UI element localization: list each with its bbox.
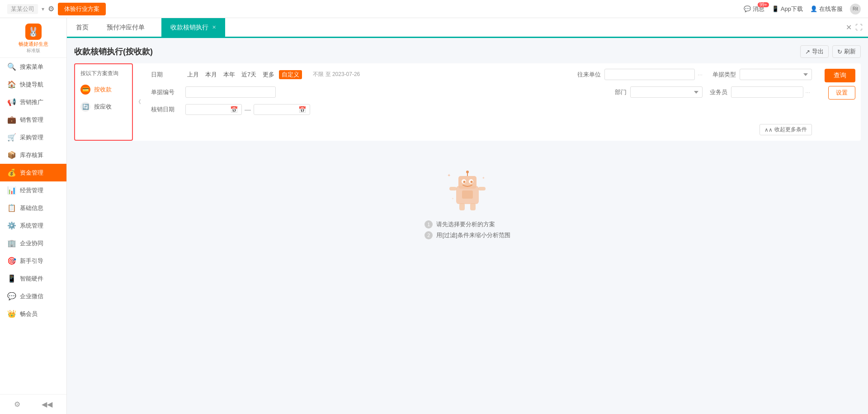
sidebar-item-label: 经营管理 bbox=[20, 186, 43, 195]
sidebar-item-business[interactable]: 📊 经营管理 bbox=[0, 181, 66, 199]
query-btn[interactable]: 查询 bbox=[825, 69, 855, 82]
filter-sidebar: 按以下方案查询 💳 按收款 🔄 按应收 bbox=[74, 63, 133, 141]
sidebar-item-enterprise[interactable]: 🏢 企业协同 bbox=[0, 234, 66, 252]
receipt-icon: 💳 bbox=[80, 85, 90, 95]
collapse-chevron-icon: ∧∧ bbox=[764, 127, 773, 133]
tab-close-btn[interactable]: ✕ bbox=[846, 23, 852, 32]
tab-collect-close[interactable]: ✕ bbox=[212, 24, 216, 30]
header-right: 💬 消息 99+ 📱 App下载 👤 在线客服 Rit bbox=[744, 4, 861, 14]
tab-prepay[interactable]: 预付冲应付单 ✕ bbox=[98, 18, 161, 37]
date-info: 不限 至 2023-07-26 bbox=[313, 71, 360, 78]
hint-num-2: 2 bbox=[425, 231, 433, 239]
main-layout: 🐰 畅捷通好生意 标准版 🔍 搜索菜单 🏠 快捷导航 📢 营销推广 💼 销售管理… bbox=[0, 18, 868, 414]
sidebar-item-finance[interactable]: 💰 资金管理 bbox=[0, 164, 66, 181]
sales-icon: 💼 bbox=[7, 115, 16, 124]
chevron-down-icon[interactable]: ▾ bbox=[42, 6, 44, 12]
tab-prepay-close[interactable]: ✕ bbox=[148, 24, 152, 30]
counterpart-input[interactable] bbox=[604, 69, 695, 80]
message-count: 99+ bbox=[758, 2, 769, 7]
counterpart-input-wrap: ··· bbox=[604, 69, 705, 80]
svg-text:✦: ✦ bbox=[447, 173, 451, 178]
refresh-btn[interactable]: ↻ 刷新 bbox=[832, 45, 861, 58]
sidebar-item-label: 营销推广 bbox=[20, 98, 43, 106]
sidebar-item-weixin[interactable]: 💬 企业微信 bbox=[0, 287, 66, 305]
filter-option-receivable[interactable]: 🔄 按应收 bbox=[75, 98, 132, 115]
app-download-btn[interactable]: 📱 App下载 bbox=[772, 5, 803, 13]
sidebar-item-label: 库存核算 bbox=[20, 151, 43, 159]
header-left: 某某公司 ▾ ⚙ 体验行业方案 bbox=[7, 3, 106, 15]
salesman-input-wrap: ··· bbox=[731, 86, 812, 98]
doc-no-input[interactable] bbox=[185, 86, 276, 98]
tab-collect[interactable]: 收款核销执行 ✕ bbox=[161, 18, 225, 37]
date-this-month[interactable]: 本月 bbox=[203, 70, 219, 80]
collapse-more-btn[interactable]: ∧∧ 收起更多条件 bbox=[760, 124, 812, 135]
date-this-year[interactable]: 本年 bbox=[222, 70, 237, 80]
filter-option-receivable-label: 按应收 bbox=[94, 103, 112, 111]
tab-fullscreen-btn[interactable]: ⛶ bbox=[855, 24, 863, 32]
counterpart-group: 往来单位 ··· bbox=[577, 69, 705, 80]
industry-btn[interactable]: 体验行业方案 bbox=[58, 3, 106, 15]
finance-icon: 💰 bbox=[7, 168, 16, 177]
settings-btn[interactable]: 设置 bbox=[828, 86, 855, 100]
app-version: 标准版 bbox=[27, 48, 40, 54]
business-icon: 📊 bbox=[7, 186, 16, 195]
hardware-icon: 📱 bbox=[7, 274, 16, 283]
tab-home[interactable]: 首页 bbox=[67, 18, 98, 37]
tab-collect-label: 收款核销执行 bbox=[170, 24, 208, 32]
sidebar-item-search[interactable]: 🔍 搜索菜单 bbox=[0, 58, 66, 76]
sidebar-item-hardware[interactable]: 📱 智能硬件 bbox=[0, 270, 66, 287]
doc-type-select[interactable] bbox=[740, 69, 812, 80]
basic-info-icon: 📋 bbox=[7, 204, 16, 212]
message-icon: 💬 bbox=[744, 5, 751, 12]
sidebar-item-member[interactable]: 👑 畅会员 bbox=[0, 305, 66, 323]
export-btn[interactable]: ↗ 导出 bbox=[800, 45, 829, 58]
filter-main: 日期 上月 本月 本年 近7天 更多 自定义 不限 至 2023-07-26 往… bbox=[144, 63, 819, 141]
avatar[interactable]: Rit bbox=[850, 4, 861, 14]
salesman-group: 业务员 ··· bbox=[710, 86, 812, 98]
sidebar-item-system[interactable]: ⚙️ 系统管理 bbox=[0, 217, 66, 234]
svg-rect-9 bbox=[478, 187, 486, 190]
sidebar-logo: 🐰 畅捷通好生意 标准版 bbox=[0, 18, 66, 58]
top-header: 某某公司 ▾ ⚙ 体验行业方案 💬 消息 99+ 📱 App下载 👤 在线客服 … bbox=[0, 0, 868, 18]
calendar-start-icon[interactable]: 📅 bbox=[230, 106, 238, 113]
date-7days[interactable]: 近7天 bbox=[240, 70, 258, 80]
weixin-icon: 💬 bbox=[7, 292, 16, 300]
filter-option-receipt[interactable]: 💳 按收款 bbox=[75, 81, 132, 98]
sidebar-item-label: 智能硬件 bbox=[20, 275, 43, 283]
online-service-btn[interactable]: 👤 在线客服 bbox=[810, 5, 843, 13]
enterprise-icon: 🏢 bbox=[7, 239, 16, 247]
sidebar-settings-btn[interactable]: ⚙ bbox=[12, 398, 22, 410]
verify-start-input[interactable]: 2023-03-01 bbox=[189, 106, 230, 113]
salesman-input[interactable] bbox=[731, 86, 803, 98]
date-custom[interactable]: 自定义 bbox=[279, 70, 302, 79]
calendar-end-icon[interactable]: 📅 bbox=[298, 106, 306, 113]
sidebar-item-basic-info[interactable]: 📋 基础信息 bbox=[0, 199, 66, 217]
sidebar-item-purchase[interactable]: 🛒 采购管理 bbox=[0, 128, 66, 146]
sidebar-item-sales[interactable]: 💼 销售管理 bbox=[0, 111, 66, 128]
empty-state: ✦ ✦ ✦ 1 请先选择要分析的方案 2 用[过滤]条件来缩小分析范围 bbox=[74, 141, 861, 266]
counterpart-dots: ··· bbox=[698, 71, 703, 78]
doc-type-label: 单据类型 bbox=[712, 71, 736, 79]
refresh-icon: ↻ bbox=[837, 48, 842, 55]
sidebar-collapse-btn[interactable]: ◀◀ bbox=[40, 398, 54, 410]
sidebar-item-quick-nav[interactable]: 🏠 快捷导航 bbox=[0, 76, 66, 93]
date-more[interactable]: 更多 bbox=[261, 70, 276, 80]
sidebar-item-marketing[interactable]: 📢 营销推广 bbox=[0, 93, 66, 111]
verify-end-input[interactable]: 2023-07-21 bbox=[258, 106, 298, 113]
tab-prepay-label: 预付冲应付单 bbox=[107, 24, 145, 32]
empty-robot-illustration: ✦ ✦ ✦ bbox=[445, 168, 490, 213]
date-last-month[interactable]: 上月 bbox=[185, 70, 201, 80]
dept-select[interactable] bbox=[630, 86, 703, 98]
filter-row-1: 日期 上月 本月 本年 近7天 更多 自定义 不限 至 2023-07-26 往… bbox=[151, 69, 812, 80]
content-area: 首页 预付冲应付单 ✕ 收款核销执行 ✕ ✕ ⛶ 收款核销执行(按收款) bbox=[67, 18, 868, 414]
filter-option-receipt-label: 按收款 bbox=[94, 86, 112, 94]
sidebar-item-guide[interactable]: 🎯 新手引导 bbox=[0, 252, 66, 270]
app-logo: 🐰 bbox=[25, 24, 42, 40]
collapse-more-row: ∧∧ 收起更多条件 bbox=[151, 121, 812, 135]
settings-icon[interactable]: ⚙ bbox=[48, 5, 54, 13]
verify-date-label: 核销日期 bbox=[151, 105, 178, 114]
message-btn[interactable]: 💬 消息 99+ bbox=[744, 5, 764, 13]
dept-group: 部门 bbox=[615, 86, 703, 98]
sidebar-item-inventory[interactable]: 📦 库存核算 bbox=[0, 146, 66, 164]
filter-collapse-btn[interactable]: 《 bbox=[135, 63, 142, 141]
